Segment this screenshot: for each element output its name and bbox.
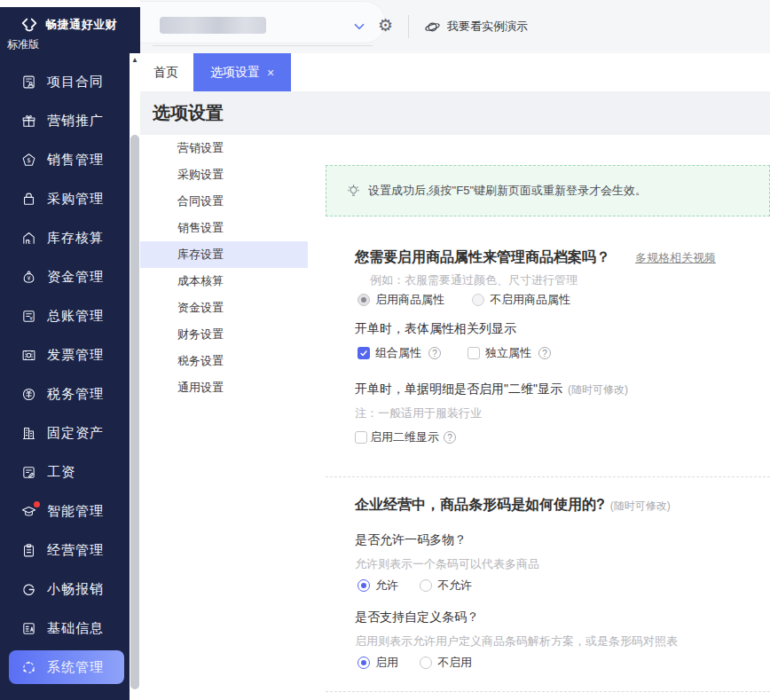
notice-text: 设置成功后,须按"F5"键刷新页面或重新登录才会生效。 bbox=[368, 183, 647, 199]
checkbox-independent-attribute[interactable]: 独立属性 ? bbox=[468, 345, 551, 361]
settings-menu-item-inventory[interactable]: 库存设置 bbox=[140, 241, 308, 268]
sidebar-scrollbar[interactable]: ▲ bbox=[130, 53, 140, 700]
demo-label: 我要看实例演示 bbox=[447, 19, 528, 35]
sidebar-item-payroll[interactable]: 工资 bbox=[0, 452, 130, 492]
lightbulb-icon bbox=[346, 184, 361, 199]
barcode-q1-note: 允许则表示一个条码可以代表多商品 bbox=[355, 556, 539, 572]
radio-enable-attributes[interactable]: 启用商品属性 bbox=[358, 292, 444, 308]
page-top-strip bbox=[0, 0, 140, 7]
svg-text:¥: ¥ bbox=[29, 316, 33, 321]
section-title-text: 企业经营中，商品条形码是如何使用的? bbox=[355, 497, 605, 512]
brand-logo-icon bbox=[20, 15, 39, 35]
tax-icon bbox=[21, 387, 36, 402]
expense-g-icon bbox=[21, 582, 36, 597]
sidebar-item-project-contract[interactable]: 项目合同 bbox=[0, 62, 130, 101]
sidebar-item-basic-info[interactable]: 基础信息 bbox=[0, 609, 130, 648]
sidebar-item-label: 工资 bbox=[47, 464, 75, 481]
sidebar-item-expense[interactable]: 小畅报销 bbox=[0, 570, 130, 609]
sidebar-item-funds[interactable]: ¥ 资金管理 bbox=[0, 257, 130, 296]
sidebar-item-marketing[interactable]: 营销推广 bbox=[0, 101, 130, 140]
gift-icon bbox=[21, 114, 36, 129]
scroll-up-icon[interactable]: ▲ bbox=[130, 53, 140, 67]
settings-menu-item-funds[interactable]: 资金设置 bbox=[140, 295, 308, 321]
tab-home[interactable]: 首页 bbox=[140, 53, 192, 91]
sidebar-item-sales[interactable]: $ 销售管理 bbox=[0, 140, 130, 179]
chevron-down-icon[interactable] bbox=[351, 19, 367, 35]
radio-allow[interactable]: 允许 bbox=[358, 578, 398, 594]
settings-menu-item-costing[interactable]: 成本核算 bbox=[140, 268, 308, 295]
sidebar-item-general-ledger[interactable]: ¥ 总账管理 bbox=[0, 296, 130, 335]
ledger-icon: ¥ bbox=[21, 309, 36, 324]
radio-label: 不启用 bbox=[437, 655, 472, 671]
help-icon[interactable]: ? bbox=[428, 347, 441, 359]
logo-block: 畅捷通好业财 标准版 bbox=[0, 7, 140, 53]
settings-menu-item-contract[interactable]: 合同设置 bbox=[140, 188, 308, 215]
sales-house-icon: $ bbox=[21, 153, 36, 168]
close-icon[interactable]: × bbox=[267, 67, 274, 79]
radio-selected-icon[interactable] bbox=[358, 579, 370, 592]
settings-menu-item-general[interactable]: 通用设置 bbox=[140, 374, 308, 401]
purchase-bag-icon bbox=[21, 192, 36, 207]
settings-menu-item-marketing[interactable]: 营销设置 bbox=[140, 135, 308, 161]
radio-disallow[interactable]: 不允许 bbox=[420, 578, 472, 594]
section-title-text: 开单时，单据明细是否启用"二维"显示 bbox=[355, 381, 562, 396]
sidebar-item-fixed-assets[interactable]: 固定资产 bbox=[0, 413, 130, 452]
help-icon[interactable]: ? bbox=[444, 431, 456, 444]
radio-selected-icon[interactable] bbox=[358, 657, 370, 669]
sidebar-item-label: 项目合同 bbox=[47, 74, 104, 90]
notification-badge bbox=[34, 501, 40, 507]
main-content: 设置成功后,须按"F5"键刷新页面或重新登录才会生效。 您需要启用商品属性来管理… bbox=[308, 135, 770, 700]
sidebar-item-smart-management[interactable]: 智能管理 bbox=[0, 492, 130, 531]
settings-category-menu: 营销设置 采购设置 合同设置 销售设置 库存设置 成本核算 资金设置 财务设置 … bbox=[140, 135, 308, 700]
radio-unselected-icon[interactable] bbox=[420, 579, 432, 592]
section-title-barcode: 企业经营中，商品条形码是如何使用的?(随时可修改) bbox=[355, 496, 671, 515]
video-link[interactable]: 多规格相关视频 bbox=[635, 251, 716, 264]
section-divider bbox=[326, 476, 770, 477]
settings-menu-item-purchase[interactable]: 采购设置 bbox=[140, 161, 308, 188]
sidebar-item-purchase[interactable]: 采购管理 bbox=[0, 179, 130, 218]
building-icon bbox=[21, 426, 36, 441]
dim-checkbox-row: 启用二维显示 ? bbox=[355, 429, 456, 445]
gear-icon[interactable]: ⚙ bbox=[378, 15, 393, 36]
radio-disable-custom-barcode[interactable]: 不启用 bbox=[420, 655, 472, 671]
checkbox-label: 组合属性 bbox=[375, 345, 421, 361]
help-icon[interactable]: ? bbox=[538, 347, 551, 359]
checkbox-combo-attribute[interactable]: 组合属性 ? bbox=[358, 345, 441, 361]
page-title: 选项设置 bbox=[153, 91, 224, 135]
barcode-q1-radio-group: 允许 不允许 bbox=[358, 578, 472, 594]
sidebar-item-business-management[interactable]: 经营管理 bbox=[0, 531, 130, 570]
scrollbar-thumb[interactable] bbox=[130, 135, 139, 689]
sidebar-item-label: 税务管理 bbox=[47, 386, 104, 403]
settings-menu-item-tax[interactable]: 税务设置 bbox=[140, 348, 308, 374]
sidebar-item-label: 固定资产 bbox=[47, 425, 104, 442]
checkbox-enable-2d-display[interactable]: 启用二维显示 ? bbox=[355, 429, 456, 445]
sidebar-item-tax[interactable]: 税务管理 bbox=[0, 374, 130, 413]
sidebar-item-invoice[interactable]: 发票管理 bbox=[0, 335, 130, 374]
settings-menu-item-finance[interactable]: 财务设置 bbox=[140, 321, 308, 348]
radio-enable-custom-barcode[interactable]: 启用 bbox=[358, 655, 398, 671]
radio-label: 不启用商品属性 bbox=[490, 292, 570, 308]
settings-menu-item-sales[interactable]: 销售设置 bbox=[140, 215, 308, 241]
radio-unselected-icon[interactable] bbox=[420, 657, 432, 669]
sidebar-item-system-management[interactable]: 系统管理 bbox=[9, 650, 124, 684]
sidebar-item-label: 小畅报销 bbox=[47, 581, 104, 598]
radio-disable-attributes[interactable]: 不启用商品属性 bbox=[472, 292, 570, 308]
radio-label: 启用商品属性 bbox=[375, 292, 444, 308]
barcode-q1-title: 是否允许一码多物？ bbox=[355, 532, 467, 548]
barcode-q2-note: 启用则表示允许用户定义商品条码解析方案，或是条形码对照表 bbox=[355, 633, 678, 649]
sidebar-item-label: 销售管理 bbox=[47, 152, 104, 169]
checkbox-unchecked-icon[interactable] bbox=[468, 347, 480, 359]
radio-unselected-disabled-icon[interactable] bbox=[472, 294, 484, 306]
radio-label: 启用 bbox=[375, 655, 398, 671]
warehouse-icon bbox=[21, 231, 36, 246]
dim-display-title: 开单时，单据明细是否启用"二维"显示(随时可修改) bbox=[355, 381, 628, 397]
sidebar-item-inventory[interactable]: 库存核算 bbox=[0, 218, 130, 257]
radio-selected-disabled-icon[interactable] bbox=[358, 294, 370, 306]
radio-label: 允许 bbox=[375, 578, 398, 594]
sidebar-item-label: 经营管理 bbox=[47, 542, 104, 559]
checkbox-checked-icon[interactable] bbox=[358, 347, 370, 359]
editable-hint: (随时可修改) bbox=[610, 499, 671, 512]
checkbox-unchecked-icon[interactable] bbox=[355, 431, 367, 444]
demo-button[interactable]: 我要看实例演示 bbox=[424, 0, 528, 53]
tab-options-settings[interactable]: 选项设置 × bbox=[193, 53, 291, 91]
